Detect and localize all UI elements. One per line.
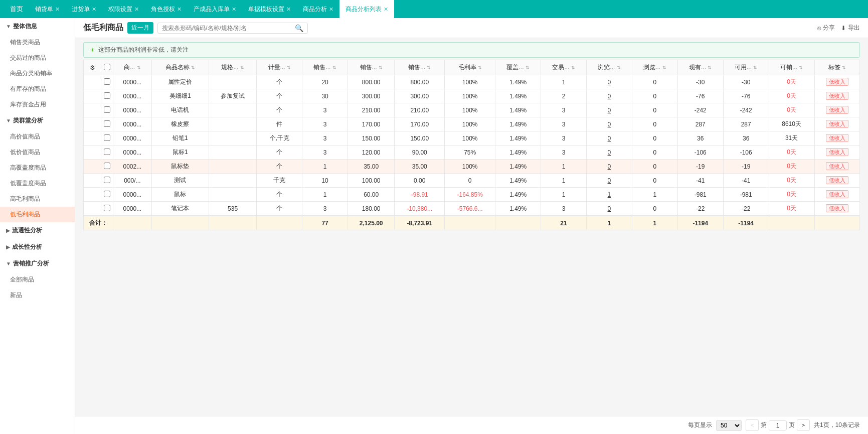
col-gross-margin[interactable]: 毛利率 ⇅	[445, 60, 495, 75]
cell-view1[interactable]: 0	[587, 174, 632, 188]
cell-tag: 低收入	[814, 174, 859, 188]
col-spec[interactable]: 规格... ⇅	[209, 60, 256, 75]
cell-sellable: 0天	[769, 188, 814, 202]
search-input[interactable]	[162, 25, 295, 32]
cell-spec	[209, 160, 256, 174]
page-input[interactable]	[769, 420, 787, 430]
close-roles-icon[interactable]: ✕	[177, 6, 182, 13]
sidebar-group-circulation[interactable]: ▶ 流通性分析	[0, 222, 75, 239]
sidebar-item-traded[interactable]: 交易过的商品	[0, 50, 75, 66]
sidebar-item-low-coverage[interactable]: 低覆盖度商品	[0, 176, 75, 191]
col-checkbox[interactable]	[101, 60, 113, 75]
row-checkbox[interactable]	[104, 106, 110, 113]
cell-tag: 低收入	[814, 117, 859, 131]
col-coverage[interactable]: 覆盖... ⇅	[495, 60, 541, 75]
sidebar-item-low-value[interactable]: 低价值商品	[0, 144, 75, 160]
sidebar-item-category-rate[interactable]: 商品分类助销率	[0, 66, 75, 81]
col-available[interactable]: 可用... ⇅	[723, 60, 769, 75]
next-page-button[interactable]: ＞	[797, 419, 810, 431]
cell-sellable: 31天	[769, 131, 814, 146]
nav-analysis-list[interactable]: 商品分析列表 ✕	[339, 0, 394, 18]
cell-code: 0000...	[113, 89, 151, 103]
settings-icon[interactable]: ⚙	[90, 64, 95, 71]
close-sales-icon[interactable]: ✕	[55, 6, 60, 13]
cell-coverage: 1.49%	[495, 188, 541, 202]
date-filter-button[interactable]: 近一月	[127, 22, 153, 34]
col-sellable[interactable]: 可销... ⇅	[769, 60, 814, 75]
sidebar-item-new-products[interactable]: 新品	[0, 287, 75, 303]
cell-view1[interactable]: 0	[587, 103, 632, 117]
totals-current: -1194	[677, 216, 723, 230]
col-view2[interactable]: 浏览... ⇅	[632, 60, 677, 75]
col-sales-price[interactable]: 销售... ⇅	[348, 60, 395, 75]
close-products-icon[interactable]: ✕	[232, 6, 236, 13]
col-view1[interactable]: 浏览... ⇅	[587, 60, 632, 75]
row-checkbox[interactable]	[104, 120, 110, 127]
nav-home[interactable]: 首页	[4, 0, 29, 18]
col-settings[interactable]: ⚙	[84, 60, 101, 75]
cell-gross-margin: 75%	[445, 146, 495, 160]
col-trade[interactable]: 交易... ⇅	[541, 60, 587, 75]
sidebar-item-capital[interactable]: 库存资金占用	[0, 97, 75, 112]
cell-view1[interactable]: 1	[587, 188, 632, 202]
nav-permissions[interactable]: 权限设置 ✕	[102, 0, 145, 18]
cell-view1[interactable]: 0	[587, 131, 632, 146]
table-container[interactable]: ⚙ 商... ⇅ 商品名称 ⇅ 规格... ⇅ 计量... ⇅ 销售... ⇅ …	[75, 60, 868, 416]
nav-templates[interactable]: 单据模板设置 ✕	[242, 0, 297, 18]
row-checkbox[interactable]	[104, 163, 110, 169]
cell-view2: 0	[632, 202, 677, 216]
cell-view1[interactable]: 0	[587, 117, 632, 131]
cell-view1[interactable]: 0	[587, 89, 632, 103]
cell-trade: 1	[541, 174, 587, 188]
nav-purchase[interactable]: 进货单 ✕	[66, 0, 102, 18]
sidebar-group-overall[interactable]: ▼ 整体信息	[0, 18, 75, 35]
per-page-select[interactable]: 50 100 200	[716, 420, 742, 431]
row-checkbox[interactable]	[104, 134, 110, 141]
col-sales-qty[interactable]: 销售... ⇅	[302, 60, 348, 75]
sidebar-group-marketing[interactable]: ▼ 营销推广分析	[0, 255, 75, 272]
close-permissions-icon[interactable]: ✕	[134, 6, 139, 13]
col-current[interactable]: 现有... ⇅	[677, 60, 723, 75]
row-checkbox[interactable]	[104, 78, 110, 85]
sidebar-item-high-coverage[interactable]: 高覆盖度商品	[0, 160, 75, 176]
cell-view1[interactable]: 0	[587, 146, 632, 160]
close-analysis-icon[interactable]: ✕	[329, 6, 333, 13]
nav-products[interactable]: 产成品入库单 ✕	[188, 0, 242, 18]
sidebar-item-high-margin[interactable]: 高毛利商品	[0, 191, 75, 207]
export-button[interactable]: ⬇ 导出	[841, 24, 860, 32]
close-templates-icon[interactable]: ✕	[286, 6, 291, 13]
col-tag[interactable]: 标签 ⇅	[814, 60, 859, 75]
sidebar-group-growth[interactable]: ▶ 成长性分析	[0, 239, 75, 255]
sidebar-item-in-stock[interactable]: 有库存的商品	[0, 81, 75, 97]
cell-sales-qty: 1	[302, 160, 348, 174]
share-button[interactable]: ⎋ 分享	[817, 24, 835, 32]
sidebar-item-low-margin[interactable]: 低毛利商品	[0, 207, 75, 222]
nav-roles[interactable]: 角色授权 ✕	[145, 0, 188, 18]
col-unit[interactable]: 计量... ⇅	[257, 60, 302, 75]
cell-view1[interactable]: 0	[587, 202, 632, 216]
sidebar-group-cluster[interactable]: ▼ 类群堂分析	[0, 112, 75, 129]
col-code[interactable]: 商... ⇅	[113, 60, 151, 75]
sidebar-item-high-value[interactable]: 高价值商品	[0, 129, 75, 144]
prev-page-button[interactable]: ＜	[746, 419, 759, 431]
row-checkbox[interactable]	[104, 177, 110, 183]
sidebar-item-all-products[interactable]: 全部商品	[0, 272, 75, 287]
nav-analysis[interactable]: 商品分析 ✕	[297, 0, 339, 18]
nav-sales[interactable]: 销货单 ✕	[29, 0, 66, 18]
col-sales-amount[interactable]: 销售... ⇅	[395, 60, 445, 75]
row-checkbox[interactable]	[104, 205, 110, 211]
row-checkbox[interactable]	[104, 92, 110, 99]
cell-view1[interactable]: 0	[587, 75, 632, 89]
cell-view1[interactable]: 0	[587, 160, 632, 174]
row-checkbox[interactable]	[104, 191, 110, 197]
col-name[interactable]: 商品名称 ⇅	[151, 60, 209, 75]
totals-sales-amount: -8,723.91	[395, 216, 445, 230]
select-all-checkbox[interactable]	[104, 64, 110, 70]
cell-spec	[209, 131, 256, 146]
close-analysis-list-icon[interactable]: ✕	[384, 6, 388, 13]
cell-tag: 低收入	[814, 188, 859, 202]
row-checkbox[interactable]	[104, 149, 110, 155]
close-purchase-icon[interactable]: ✕	[92, 6, 96, 13]
sidebar-item-sales-products[interactable]: 销售类商品	[0, 35, 75, 50]
cell-gross-margin: 0	[445, 174, 495, 188]
